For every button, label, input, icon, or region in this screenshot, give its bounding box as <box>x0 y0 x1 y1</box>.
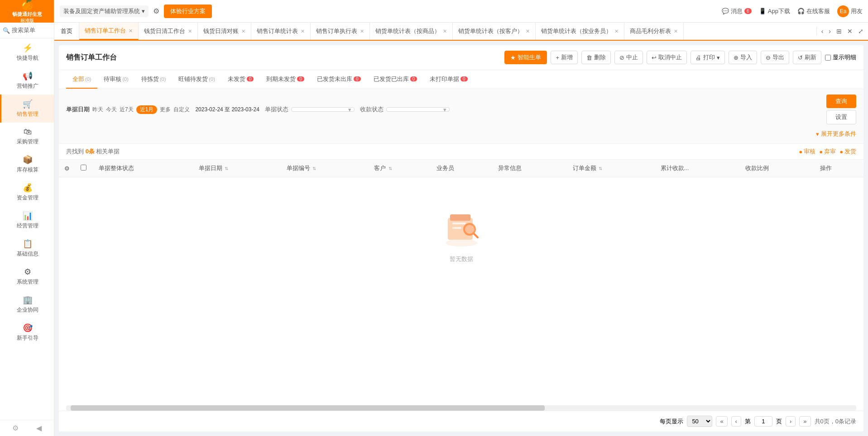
sidebar-item-enterprise[interactable]: 🏢 企业协同 <box>0 290 54 318</box>
col-setting[interactable]: ⚙ <box>59 160 75 177</box>
show-detail-checkbox[interactable] <box>825 55 831 61</box>
tab-close-icon-3[interactable]: ✕ <box>241 28 245 34</box>
col-customer: 客户 ⇅ <box>369 160 431 177</box>
filter-tab-shipped-not-out[interactable]: 已发货未出库 0 <box>311 70 367 89</box>
review-btn[interactable]: ● 审核 <box>799 147 815 156</box>
ship-btn[interactable]: ● 发货 <box>839 147 856 156</box>
sidebar-item-inventory[interactable]: 📦 库存核算 <box>0 150 54 178</box>
user-menu[interactable]: Ea 用友 <box>837 5 863 17</box>
tab-close-icon-7[interactable]: ✕ <box>526 28 530 34</box>
tab-home[interactable]: 首页 <box>54 23 79 40</box>
filter-tab-pending-review-label: 待审核 <box>104 75 121 83</box>
expand-btn[interactable]: ▾ 展开更多条件 <box>816 130 856 138</box>
filter-tab-not-shipped[interactable]: 未发货 0 <box>221 70 260 89</box>
topbar-settings-icon[interactable]: ⚙ <box>153 7 159 15</box>
sidebar-item-system[interactable]: ⚙ 系统管理 <box>0 262 54 290</box>
sidebar-item-marketing[interactable]: 📢 营销推广 <box>0 66 54 95</box>
tab-sales-stats[interactable]: 销售订单统计表 ✕ <box>251 23 311 40</box>
tab-cash-goods-reconcile[interactable]: 钱货日清对账 ✕ <box>198 23 251 40</box>
tab-prev-icon[interactable]: ‹ <box>820 27 825 36</box>
date-option-custom[interactable]: 自定义 <box>173 106 190 114</box>
tab-close-icon-8[interactable]: ✕ <box>614 28 619 34</box>
app-download-btn[interactable]: 📱 App下载 <box>759 7 790 15</box>
suspend-btn[interactable]: ⊘ 中止 <box>614 51 643 64</box>
cancel-suspend-btn[interactable]: ↩ 取消中止 <box>647 51 687 64</box>
tab-close-icon-6[interactable]: ✕ <box>443 28 447 34</box>
filter-tab-pending-review[interactable]: 待审核 (0) <box>97 70 134 89</box>
sidebar-item-guide[interactable]: 🎯 新手引导 <box>0 318 54 346</box>
filter-tab-unprinted[interactable]: 未打印单据 0 <box>423 70 474 89</box>
filter-tab-shipped-out[interactable]: 已发货已出库 0 <box>367 70 424 89</box>
page-input[interactable] <box>754 416 772 427</box>
sort-number-icon[interactable]: ⇅ <box>312 166 316 171</box>
tab-sales-summary-customer[interactable]: 销货单统计表（按客户） ✕ <box>453 23 536 40</box>
tab-margin-analysis[interactable]: 商品毛利分析表 ✕ <box>624 23 684 40</box>
sidebar-item-basic-info[interactable]: 📋 基础信息 <box>0 234 54 262</box>
page-first-btn[interactable]: « <box>716 416 727 427</box>
tab-close-icon-2[interactable]: ✕ <box>188 28 192 34</box>
online-service-btn[interactable]: 🎧 在线客服 <box>797 7 830 15</box>
smart-btn[interactable]: ★ 智能生单 <box>504 51 547 64</box>
col-check[interactable] <box>75 160 93 177</box>
sidebar-item-finance[interactable]: 💰 资金管理 <box>0 178 54 206</box>
export-btn[interactable]: ⊖ 导出 <box>761 51 789 64</box>
select-all-checkbox[interactable] <box>81 165 86 171</box>
filter-tab-shipped-not-out-label: 已发货未出库 <box>317 75 352 83</box>
date-option-yesterday[interactable]: 昨天 <box>92 106 103 114</box>
query-btn[interactable]: 查询 <box>826 95 856 108</box>
collapse-icon[interactable]: ◀ <box>36 424 42 432</box>
page-prev-btn[interactable]: ‹ <box>731 416 741 427</box>
filter-tab-wangpu[interactable]: 旺铺待发货 (0) <box>172 70 221 89</box>
page-last-btn[interactable]: » <box>799 416 810 427</box>
tab-more-icon[interactable]: ⊞ <box>834 27 844 36</box>
sidebar-search[interactable]: 🔍 搜索菜单 <box>0 23 54 38</box>
sidebar-item-quick-nav[interactable]: ⚡ 快捷导航 <box>0 38 54 66</box>
import-btn[interactable]: ⊕ 导入 <box>729 51 757 64</box>
sort-date-icon[interactable]: ⇅ <box>225 166 228 171</box>
tab-next-icon[interactable]: › <box>827 27 833 36</box>
tab-sales-exec[interactable]: 销售订单执行表 ✕ <box>311 23 370 40</box>
filter-tab-pending-inspect[interactable]: 待拣货 (0) <box>135 70 172 89</box>
tab-close-icon-9[interactable]: ✕ <box>674 28 678 34</box>
reject-btn[interactable]: ● 弃审 <box>819 147 836 156</box>
add-btn-label: 新增 <box>561 53 573 62</box>
date-option-7days[interactable]: 近7天 <box>120 106 134 114</box>
tab-sales-summary-staff[interactable]: 销货单统计表（按业务员） ✕ <box>536 23 624 40</box>
tab-sales-summary-product[interactable]: 销货单统计表（按商品） ✕ <box>370 23 453 40</box>
filter-tab-overdue[interactable]: 到期未发货 0 <box>260 70 311 89</box>
status-select[interactable]: ▾ <box>291 107 355 112</box>
page-size-select[interactable]: 50 100 200 <box>687 416 712 427</box>
print-btn[interactable]: 🖨 打印 ▾ <box>691 51 725 64</box>
tab-close-icon-5[interactable]: ✕ <box>360 28 364 34</box>
payment-select[interactable]: ▾ <box>386 107 450 112</box>
date-option-today[interactable]: 今天 <box>106 106 117 114</box>
status-label: 单据状态 <box>265 105 288 114</box>
settings-footer-icon[interactable]: ⚙ <box>12 424 19 432</box>
setting-btn[interactable]: 设置 <box>826 110 856 124</box>
sidebar-item-sales[interactable]: 🛒 销售管理 <box>0 95 54 123</box>
sidebar-item-purchase[interactable]: 🛍 采购管理 <box>0 123 54 150</box>
industry-btn[interactable]: 体验行业方案 <box>164 5 212 18</box>
add-btn[interactable]: + 新增 <box>551 51 578 64</box>
phone-icon: 📱 <box>759 8 766 14</box>
sort-customer-icon[interactable]: ⇅ <box>388 166 392 171</box>
date-option-more[interactable]: 更多 <box>160 106 171 114</box>
date-range-section: 单据日期 昨天 今天 近7天 近1月 更多 自定义 <box>66 105 190 114</box>
date-option-1month[interactable]: 近1月 <box>136 105 158 114</box>
system-selector[interactable]: 装备及固定资产辅助管理系统 ▾ <box>60 5 149 17</box>
sort-amount-icon[interactable]: ⇅ <box>599 166 602 171</box>
tab-close-icon-4[interactable]: ✕ <box>301 28 305 34</box>
page-next-btn[interactable]: › <box>786 416 796 427</box>
sidebar-item-operations[interactable]: 📊 经营管理 <box>0 206 54 234</box>
horizontal-scrollbar[interactable] <box>66 405 856 411</box>
messages-btn[interactable]: 💬 消息 6 <box>722 7 752 15</box>
filter-tab-all[interactable]: 全部 (0) <box>66 70 97 89</box>
tab-close-icon[interactable]: ✕ <box>129 28 133 34</box>
refresh-btn[interactable]: ↺ 刷新 <box>793 51 821 64</box>
tab-close-all-icon[interactable]: ✕ <box>845 27 854 36</box>
tab-fullscreen-icon[interactable]: ⤢ <box>856 27 865 36</box>
tab-sales-order-workbench[interactable]: 销售订单工作台 ✕ <box>79 23 139 40</box>
show-detail-toggle[interactable]: 显示明细 <box>825 53 856 62</box>
tab-daily-cash[interactable]: 钱货日清工作台 ✕ <box>139 23 198 40</box>
delete-btn[interactable]: 🗑 删除 <box>581 51 611 64</box>
